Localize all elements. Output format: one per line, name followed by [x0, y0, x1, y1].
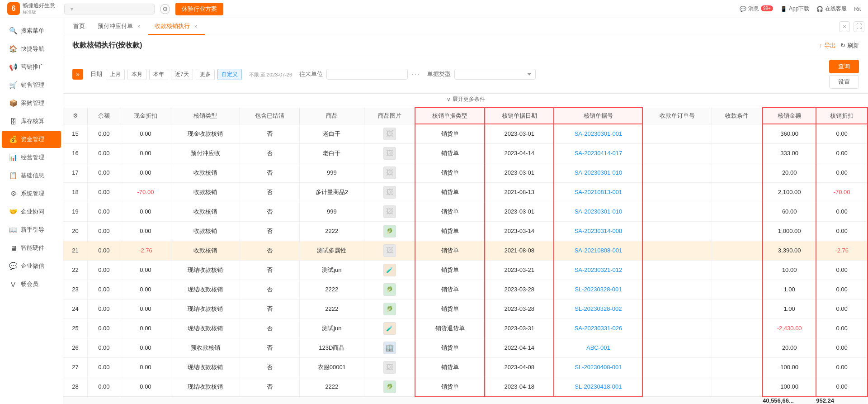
sidebar-item-purchase[interactable]: 📦 采购管理 — [2, 95, 61, 112]
sidebar-item-wechat[interactable]: 💬 企业微信 — [2, 257, 61, 275]
product-image: 🥬 — [383, 225, 396, 238]
logo-text-block: 畅捷通好生意 标准版 — [23, 2, 55, 15]
source-input[interactable] — [326, 69, 408, 80]
tab-home[interactable]: 首页 — [67, 18, 91, 35]
cell-bill-no[interactable]: SL-20230328-001 — [554, 280, 642, 299]
member-icon: V — [9, 280, 17, 288]
sidebar-item-system[interactable]: ⚙ 系统管理 — [2, 185, 61, 202]
product-image: 🖼 — [383, 147, 396, 160]
col-bill-category: 核销单据类型 — [415, 108, 485, 124]
refresh-button[interactable]: ↻ 刷新 — [840, 42, 859, 50]
table-footer-row: 40,556,66... 952.24 — [63, 397, 868, 404]
cell-bill-no[interactable]: SA-20230331-026 — [554, 318, 642, 338]
app-download-item[interactable]: 📱 App下载 — [780, 5, 809, 13]
cell-goods: 2222 — [299, 221, 364, 241]
cell-bill-no[interactable]: SA-20230301-010 — [554, 163, 642, 182]
solution-button[interactable]: 休验行业方案 — [175, 3, 223, 15]
sidebar-item-enterprise[interactable]: 🤝 企业协同 — [2, 203, 61, 220]
cell-bill-no[interactable]: SL-20230408-001 — [554, 357, 642, 377]
cell-bill-no[interactable]: SA-20230321-012 — [554, 260, 642, 280]
expand-more-btn[interactable]: ∨ 展开更多条件 — [447, 95, 485, 103]
cell-receipt-order-no — [642, 357, 712, 377]
cell-write-off-amount: 360.00 — [763, 124, 816, 143]
sidebar-item-inventory[interactable]: 🗄 库存核算 — [2, 113, 61, 130]
sidebar-item-member[interactable]: V 畅会员 — [2, 276, 61, 293]
sidebar-item-quick-nav[interactable]: 🏠 快捷导航 — [2, 40, 61, 57]
table-header-row: ⚙ 余额 现金折扣 核销类型 包含已结清 商品 商品图片 核销单据类型 核销单据… — [63, 108, 868, 124]
sidebar-item-guide[interactable]: 📖 新手引导 — [2, 221, 61, 238]
product-image: 🥬 — [383, 283, 396, 296]
cell-balance: 0.00 — [88, 202, 120, 221]
sidebar-item-basic[interactable]: 📋 基础信息 — [2, 167, 61, 184]
tab-prepay-close[interactable]: × — [136, 23, 142, 29]
date-btn-this-month[interactable]: 本月 — [127, 69, 146, 80]
cell-bill-no[interactable]: SA-20230301-010 — [554, 202, 642, 221]
cell-balance: 0.00 — [88, 163, 120, 182]
cell-bill-no[interactable]: SA-20210808-001 — [554, 241, 642, 260]
tab-close-btn[interactable]: × — [839, 21, 850, 32]
sidebar-item-sales[interactable]: 🛒 销售管理 — [2, 76, 61, 94]
date-btn-this-year[interactable]: 本年 — [149, 69, 168, 80]
sidebar-item-finance[interactable]: 💰 资金管理 — [2, 131, 61, 148]
tab-receipt-close[interactable]: × — [193, 23, 199, 29]
cell-goods-image: 🧪 — [364, 318, 415, 338]
product-image: 🖼 — [383, 244, 396, 257]
online-service-item[interactable]: 🎧 在线客服 — [816, 5, 847, 13]
cell-bill-category: 销货单 — [415, 338, 485, 357]
cell-receipt-condition — [712, 241, 763, 260]
notification-item[interactable]: 💬 消息 99+ — [740, 5, 773, 13]
date-btn-more[interactable]: 更多 — [196, 69, 215, 80]
table-row: 15 0.00 0.00 现金收款核销 否 老白干 🖼 销货单 2023-03-… — [63, 124, 868, 143]
top-bar: 6 畅捷通好生意 标准版 ▼ ⚙ 休验行业方案 💬 消息 99+ 📱 App下载… — [0, 0, 868, 18]
date-range-text: 不限 至 2023-07-26 — [249, 71, 292, 78]
cell-bill-date: 2023-03-28 — [485, 280, 554, 299]
sidebar-item-marketing[interactable]: 📢 营销推广 — [2, 58, 61, 76]
sidebar-item-hardware[interactable]: 🖥 智能硬件 — [2, 239, 61, 257]
tab-maximize-btn[interactable]: ⛶ — [854, 21, 864, 32]
cell-bill-no[interactable]: SA-20230414-017 — [554, 143, 642, 163]
footer-empty — [63, 397, 763, 404]
settings-button[interactable]: 设置 — [829, 75, 859, 89]
date-btn-custom[interactable]: 自定义 — [217, 69, 242, 80]
cell-bill-no[interactable]: ABC-001 — [554, 338, 642, 357]
cell-bill-category: 销货单 — [415, 299, 485, 318]
tab-receipt[interactable]: 收款核销执行 × — [148, 18, 205, 35]
gear-icon[interactable]: ⚙ — [160, 4, 170, 14]
cell-bill-no[interactable]: SL-20230418-001 — [554, 377, 642, 397]
cell-write-off-discount: 0.00 — [816, 377, 868, 397]
bill-type-select[interactable] — [454, 69, 536, 80]
online-service-label: 在线客服 — [825, 5, 847, 13]
cell-goods-image: 🖼 — [364, 202, 415, 221]
user-item[interactable]: Rit — [854, 6, 861, 12]
cell-goods-image: 🖼 — [364, 357, 415, 377]
sidebar-label-member: 畅会员 — [21, 280, 38, 288]
query-button[interactable]: 查询 — [829, 60, 859, 73]
table-area: ⚙ 余额 现金折扣 核销类型 包含已结清 商品 商品图片 核销单据类型 核销单据… — [63, 107, 868, 404]
cell-goods: 2222 — [299, 299, 364, 318]
cell-id: 21 — [63, 241, 88, 260]
cell-bill-category: 销货单 — [415, 163, 485, 182]
date-label: 日期 — [90, 70, 102, 78]
hardware-icon: 🖥 — [9, 244, 17, 252]
system-icon: ⚙ — [9, 190, 17, 198]
app-download-label: App下载 — [789, 5, 809, 13]
export-button[interactable]: ↑ 导出 — [820, 42, 836, 50]
sidebar-label-hardware: 智能硬件 — [21, 244, 44, 252]
cell-bill-category: 销货单 — [415, 182, 485, 202]
cell-cash-discount: 0.00 — [120, 260, 171, 280]
date-btn-7days[interactable]: 近7天 — [171, 69, 193, 80]
cell-bill-no[interactable]: SA-20230314-008 — [554, 221, 642, 241]
tab-prepay[interactable]: 预付冲应付单 × — [91, 18, 148, 35]
cell-bill-no[interactable]: SA-20230301-001 — [554, 124, 642, 143]
sidebar-item-operation[interactable]: 📊 经营管理 — [2, 149, 61, 166]
cell-bill-no[interactable]: SL-20230328-002 — [554, 299, 642, 318]
cell-receipt-condition — [712, 182, 763, 202]
cell-bill-no[interactable]: SA-20210813-001 — [554, 182, 642, 202]
cell-goods: 老白干 — [299, 143, 364, 163]
date-btn-last-month[interactable]: 上月 — [106, 69, 125, 80]
cell-cash-discount: 0.00 — [120, 202, 171, 221]
cell-cash-discount: 0.00 — [120, 357, 171, 377]
cell-write-off-amount: 2,100.00 — [763, 182, 816, 202]
filter-toggle-btn[interactable]: » — [72, 69, 83, 80]
sidebar-item-search[interactable]: 🔍 搜索菜单 — [2, 22, 61, 39]
